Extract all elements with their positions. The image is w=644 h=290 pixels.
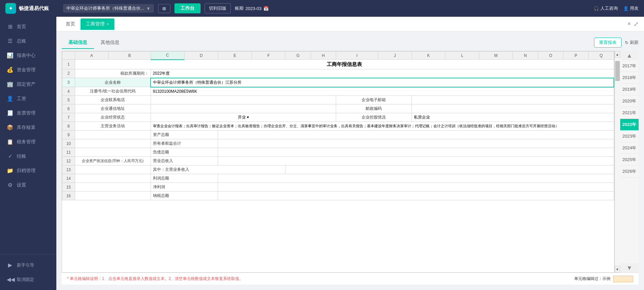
sidebar-item-salary[interactable]: 👤 工资 bbox=[0, 91, 56, 106]
reset-report-button[interactable]: 重置报表 bbox=[594, 38, 622, 48]
year-item-2022[interactable]: 2022年 bbox=[620, 119, 639, 131]
tab-other-info[interactable]: 其他信息 bbox=[94, 37, 126, 49]
vscroll-thumb[interactable] bbox=[615, 61, 620, 81]
cell-profit-value[interactable] bbox=[218, 174, 614, 183]
user-icon: 👤 bbox=[623, 6, 629, 11]
sidebar-item-label: 设置 bbox=[17, 182, 26, 188]
sidebar-item-assets[interactable]: 🏢 固定资产 bbox=[0, 77, 56, 91]
col-header-l[interactable]: L bbox=[445, 52, 479, 60]
year-scroll-up-button[interactable]: ▲ bbox=[620, 51, 639, 60]
cell-assets-label: 资产总额 bbox=[151, 131, 218, 139]
year-item-2019[interactable]: 2019年 bbox=[620, 84, 639, 95]
sidebar-item-report[interactable]: 📊 报表中心 bbox=[0, 48, 56, 63]
col-header-g[interactable]: G bbox=[285, 52, 311, 60]
vscroll-bar[interactable]: ▲ ▼ bbox=[614, 51, 620, 273]
cell-address-value[interactable] bbox=[151, 104, 336, 113]
gear-icon: ⚙ bbox=[7, 182, 13, 188]
copy-button[interactable]: ⊞ bbox=[158, 4, 170, 13]
scroll-down-button[interactable]: ▼ bbox=[615, 266, 620, 273]
cell-equity-label: 所有者权益合计 bbox=[151, 139, 218, 148]
year-scroll-down-button[interactable]: ▼ bbox=[620, 263, 639, 273]
cell-equity-value[interactable] bbox=[218, 139, 614, 148]
year-item-2023[interactable]: 2023年 bbox=[620, 131, 639, 142]
tab-expand-button[interactable]: ⤢ bbox=[634, 20, 639, 28]
col-header-b[interactable]: B bbox=[109, 52, 151, 60]
year-item-2026[interactable]: 2026年 bbox=[620, 166, 639, 177]
scroll-up-button[interactable]: ▲ bbox=[615, 51, 620, 58]
col-header-j[interactable]: J bbox=[378, 52, 412, 60]
col-header-f[interactable]: F bbox=[252, 52, 285, 60]
cell-phone-value[interactable] bbox=[151, 96, 336, 104]
tab-label: 基础信息 bbox=[68, 40, 87, 45]
tab-bar: 首页 工商管理 × × ⤢ bbox=[56, 17, 644, 31]
main-layout: ⊞ 首页 ☰ 总账 📊 报表中心 💰 资金管理 🏢 固定资产 bbox=[0, 17, 644, 290]
col-header-d[interactable]: D bbox=[184, 52, 218, 60]
sidebar-item-close[interactable]: ✓ 结账 bbox=[0, 149, 56, 163]
year-item-2018[interactable]: 2018年 bbox=[620, 72, 639, 84]
cell-postal-value[interactable] bbox=[412, 104, 614, 113]
col-header-e[interactable]: E bbox=[218, 52, 252, 60]
sidebar-item-archive[interactable]: 📁 归档管理 bbox=[0, 163, 56, 178]
col-header-n[interactable]: N bbox=[513, 52, 538, 60]
cell-company-value[interactable]: 中审众环会计师事务所（特殊普通合伙）江苏分所 bbox=[151, 78, 614, 87]
col-header-c[interactable]: C bbox=[151, 52, 184, 60]
sidebar-item-settings[interactable]: ⚙ 设置 bbox=[0, 178, 56, 192]
ledger-icon: ☰ bbox=[7, 38, 13, 44]
col-header-a[interactable]: A bbox=[75, 52, 108, 60]
user-area[interactable]: 👤 用友 bbox=[623, 5, 639, 11]
cell-regnum-value[interactable]: 91320100MA208E5W6K bbox=[151, 87, 614, 96]
year-item-2024[interactable]: 2024年 bbox=[620, 142, 639, 154]
sidebar-item-home[interactable]: ⊞ 首页 bbox=[0, 19, 56, 34]
col-header-q[interactable]: Q bbox=[589, 52, 614, 60]
tab-basic-info[interactable]: 基础信息 bbox=[62, 37, 94, 49]
cell-period-value[interactable]: 2022年度 bbox=[151, 69, 614, 78]
refresh-button[interactable]: ↻ 刷新 bbox=[625, 40, 639, 46]
tab-active[interactable]: 工商管理 × bbox=[80, 18, 114, 30]
year-item-2025[interactable]: 2025年 bbox=[620, 154, 639, 166]
workbench-button[interactable]: 工作台 bbox=[174, 3, 201, 13]
table-row: 11 负债总额 bbox=[62, 148, 614, 157]
col-header-o[interactable]: O bbox=[538, 52, 563, 60]
copy-icon: ⊞ bbox=[162, 6, 166, 11]
cell-assets-value[interactable] bbox=[218, 131, 614, 139]
row-num: 6 bbox=[62, 104, 75, 113]
cell-revenue-value[interactable] bbox=[218, 157, 614, 165]
switch-old-button[interactable]: 切到旧版 bbox=[205, 3, 231, 13]
sidebar-item-tax[interactable]: 📋 税务管理 bbox=[0, 135, 56, 149]
year-item-2020[interactable]: 2020年 bbox=[620, 95, 639, 107]
inner-content: 基础信息 其他信息 重置报表 ↻ 刷新 bbox=[56, 31, 644, 290]
year-item-2021[interactable]: 2021年 bbox=[620, 107, 639, 119]
sidebar-item-unpin[interactable]: ◀◀ 取消固定 bbox=[0, 272, 56, 287]
hscroll-bar[interactable]: ◀ ▶ bbox=[62, 272, 614, 273]
sidebar-item-invoice[interactable]: 🧾 发票管理 bbox=[0, 106, 56, 120]
company-select[interactable]: 中审众环会计师事务所（特殊普通合伙... ▼ bbox=[63, 4, 154, 13]
cell-status-value[interactable]: 开业 ▾ bbox=[151, 113, 336, 122]
cell-email-value[interactable] bbox=[412, 96, 614, 104]
cell-tax-value[interactable] bbox=[218, 192, 614, 200]
tab-home[interactable]: 首页 bbox=[62, 18, 79, 30]
sidebar-item-newbie[interactable]: ▶ 新手引导 bbox=[0, 258, 56, 272]
col-header-h[interactable]: H bbox=[311, 52, 336, 60]
sidebar-item-inventory[interactable]: 📦 库存核算 bbox=[0, 120, 56, 135]
cell-assets-info-label: 企业资产状况信息(币种：人民币万元) bbox=[75, 157, 151, 165]
col-header-k[interactable]: K bbox=[412, 52, 445, 60]
col-header-p[interactable]: P bbox=[563, 52, 588, 60]
cell-main-revenue-value[interactable] bbox=[285, 165, 614, 174]
cell-biz-value[interactable]: 审查企业会计报表；出具审计报告；验证企业资本；出具验资报告；办理企业合开、分立、… bbox=[151, 122, 614, 131]
col-header-m[interactable]: M bbox=[479, 52, 513, 60]
service-button[interactable]: 🎧 人工咨询 bbox=[594, 5, 618, 11]
cell-control-value[interactable]: 私营企业 bbox=[412, 113, 614, 122]
tab-close-icon[interactable]: × bbox=[107, 22, 109, 26]
sidebar-item-finance[interactable]: 💰 资金管理 bbox=[0, 63, 56, 77]
year-item-2017[interactable]: 2017年 bbox=[620, 60, 639, 72]
vscroll-track[interactable] bbox=[615, 58, 620, 266]
cell-liability-value[interactable] bbox=[218, 148, 614, 157]
sidebar-item-ledger[interactable]: ☰ 总账 bbox=[0, 34, 56, 48]
table-container[interactable]: A B C D E F G H I J bbox=[62, 51, 614, 272]
cell-empty-9a bbox=[75, 131, 151, 139]
tab-close-button[interactable]: × bbox=[627, 20, 631, 28]
cell-title[interactable]: 工商年报信息表 bbox=[75, 60, 614, 69]
calendar-icon[interactable]: 📅 bbox=[263, 6, 269, 11]
col-header-i[interactable]: I bbox=[336, 52, 378, 60]
cell-netprofit-value[interactable] bbox=[218, 183, 614, 192]
